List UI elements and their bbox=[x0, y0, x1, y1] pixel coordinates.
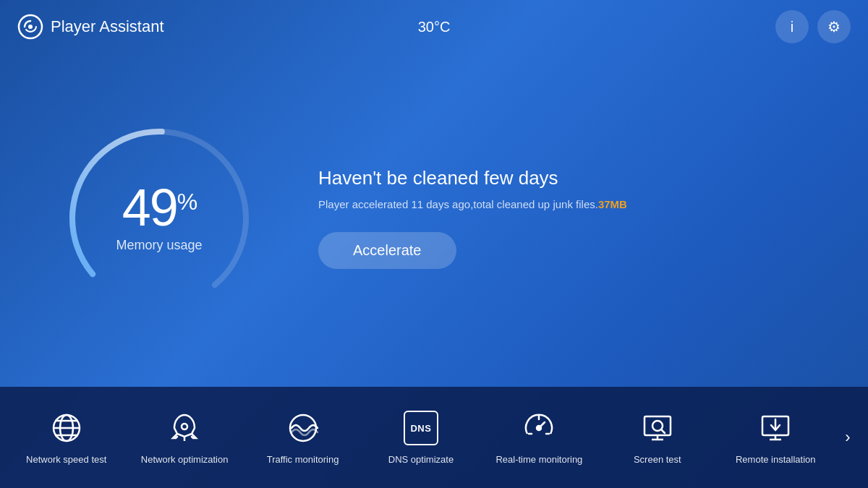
toolbar-items: Network speed test Network optimization bbox=[7, 402, 835, 473]
bottom-toolbar: Network speed test Network optimization bbox=[0, 387, 868, 488]
accelerate-button[interactable]: Accelerate bbox=[318, 232, 456, 269]
dns-icon: DNS bbox=[402, 409, 440, 447]
temperature-display: 30°C bbox=[418, 19, 451, 35]
gauge-label: Memory usage bbox=[116, 237, 202, 252]
toolbar-item-screen[interactable]: Screen test bbox=[598, 402, 716, 473]
svg-line-21 bbox=[661, 429, 665, 433]
toolbar-label-dns: DNS optimizate bbox=[388, 454, 454, 466]
toolbar-label-screen: Screen test bbox=[634, 454, 681, 466]
app-logo-icon bbox=[17, 14, 43, 40]
svg-point-11 bbox=[290, 415, 316, 441]
toolbar-label-traffic: Traffic monitoring bbox=[267, 454, 339, 466]
temperature-value: 30°C bbox=[418, 19, 451, 35]
waves-icon bbox=[284, 409, 322, 447]
toolbar-item-dns[interactable]: DNS DNS optimizate bbox=[362, 402, 480, 473]
info-panel: Haven't be cleaned few days Player accel… bbox=[318, 167, 810, 269]
toolbar-item-realtime[interactable]: Real-time monitoring bbox=[480, 402, 598, 473]
info-subtitle: Player accelerated 11 days ago,total cle… bbox=[318, 198, 810, 210]
speedometer-icon bbox=[520, 409, 558, 447]
settings-button[interactable]: ⚙ bbox=[817, 10, 851, 43]
monitor-search-icon bbox=[639, 409, 676, 447]
toolbar-label-remote: Remote installation bbox=[736, 454, 816, 466]
header-actions: i ⚙ bbox=[775, 10, 851, 43]
app-title: Player Assistant bbox=[51, 17, 164, 36]
info-title: Haven't be cleaned few days bbox=[318, 167, 810, 189]
gauge-percent-value: 49% bbox=[116, 181, 202, 233]
info-subtitle-text: Player accelerated 11 days ago,total cle… bbox=[318, 198, 598, 210]
memory-gauge: 49% Memory usage bbox=[58, 117, 260, 320]
toolbar-item-traffic[interactable]: Traffic monitoring bbox=[244, 402, 362, 473]
toolbar-item-remote[interactable]: Remote installation bbox=[717, 402, 835, 473]
toolbar-label-network-speed: Network speed test bbox=[26, 454, 106, 466]
gauge-center: 49% Memory usage bbox=[116, 181, 202, 252]
toolbar-label-realtime: Real-time monitoring bbox=[495, 454, 582, 466]
toolbar-item-network-speed[interactable]: Network speed test bbox=[7, 402, 125, 473]
header: Player Assistant 30°C i ⚙ bbox=[0, 0, 868, 53]
gauge-symbol: % bbox=[177, 189, 196, 213]
app-logo: Player Assistant bbox=[17, 14, 164, 40]
svg-rect-17 bbox=[644, 416, 671, 435]
monitor-download-icon bbox=[757, 409, 794, 447]
main-content: 49% Memory usage Haven't be cleaned few … bbox=[0, 53, 868, 382]
rocket-icon bbox=[166, 409, 203, 447]
toolbar-next-button[interactable]: › bbox=[835, 428, 861, 447]
info-button[interactable]: i bbox=[775, 10, 809, 43]
toolbar-item-network-opt[interactable]: Network optimization bbox=[125, 402, 243, 473]
dns-icon-box: DNS bbox=[404, 411, 438, 445]
toolbar-label-network-opt: Network optimization bbox=[141, 454, 229, 466]
globe-icon bbox=[48, 409, 85, 447]
gauge-number: 49 bbox=[122, 178, 177, 236]
svg-point-13 bbox=[537, 426, 541, 430]
svg-point-9 bbox=[182, 424, 187, 429]
svg-point-1 bbox=[28, 25, 33, 29]
info-highlight: 37MB bbox=[598, 198, 627, 210]
